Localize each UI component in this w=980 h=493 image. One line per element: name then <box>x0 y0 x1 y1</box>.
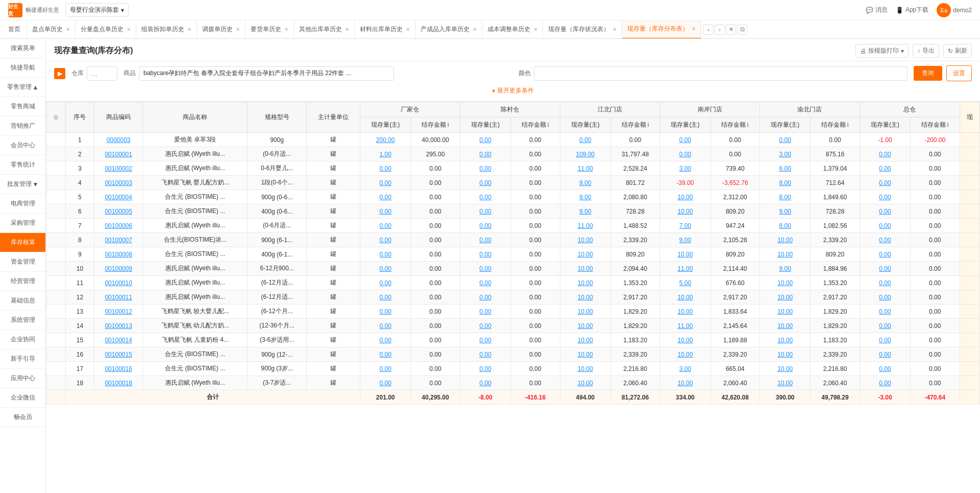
tab-close-btn[interactable]: ✕ <box>726 25 736 35</box>
tab-pandian[interactable]: 盘点单历史✕ <box>27 20 76 39</box>
cell-jiangbeiqty: 10.00 <box>560 376 610 390</box>
table-row: 9 00100008 合生元 (BIOSTIME) ... 400g (6-1.… <box>46 247 980 262</box>
tab-chanpinruku[interactable]: 产成品入库单历史✕ <box>415 20 482 39</box>
cell-chenamt: 0.00 <box>511 347 560 362</box>
warehouse-input[interactable]: ... <box>87 66 117 81</box>
col-totalamt: 结存金额ℹ <box>911 118 960 133</box>
close-icon[interactable]: ✕ <box>612 27 617 32</box>
sidebar-item-member[interactable]: 会员中心 <box>0 136 45 155</box>
table-row: 11 00100010 惠氏启赋 (Wyeth illu... (6-12月适.… <box>46 276 980 290</box>
tab-expand-btn[interactable]: ⊡ <box>737 25 747 35</box>
total-nanaamt: 42,620.08 <box>710 390 760 405</box>
cell-yubeiamt: 1,884.96 <box>811 262 860 276</box>
info-icon[interactable]: ℹ <box>447 122 449 128</box>
sidebar-item-inventory[interactable]: 库存核算 <box>0 233 45 252</box>
message-action[interactable]: 💬 消息 <box>866 6 888 14</box>
user-area[interactable]: Ea demo2 <box>937 3 972 17</box>
sidebar-item-retail-shop[interactable]: 零售商城 <box>0 97 45 116</box>
tab-fenpandian[interactable]: 分量盘点单历史✕ <box>76 20 136 39</box>
cell-settings <box>46 262 66 276</box>
cell-totalamt: 0.00 <box>911 376 960 390</box>
tab-qtchuku[interactable]: 其他出库单历史✕ <box>294 20 355 39</box>
tab-yaohuo[interactable]: 要货单历史✕ <box>246 20 294 39</box>
close-icon[interactable]: ✕ <box>533 27 537 32</box>
col-group-yubei: 渝北门店 <box>760 102 860 118</box>
cell-unit: 罐 <box>307 176 360 190</box>
tab-home[interactable]: 首页 <box>2 20 27 39</box>
info-icon[interactable]: ℹ <box>747 122 749 128</box>
cell-changjiaamt: 0.00 <box>411 304 460 319</box>
sidebar-item-ecommerce[interactable]: 电商管理 <box>0 194 45 214</box>
sidebar-item-marketing[interactable]: 营销推广 <box>0 116 45 136</box>
sidebar-item-operations[interactable]: 经营管理 <box>0 272 45 291</box>
cell-nanaamt: -3,652.76 <box>710 176 760 190</box>
sidebar-item-nav[interactable]: 快捷导航 <box>0 58 45 78</box>
col-current: 现 <box>960 102 979 133</box>
close-icon[interactable]: ✕ <box>236 27 240 32</box>
close-icon[interactable]: ✕ <box>473 27 477 32</box>
close-icon[interactable]: ✕ <box>66 27 70 32</box>
total-jiangbeiamt: 81,272.06 <box>610 390 660 405</box>
cell-settings <box>46 176 66 190</box>
print-btn[interactable]: 🖨 按模版打印 ▾ <box>855 44 909 58</box>
sidebar-item-retail-stats[interactable]: 零售统计 <box>0 155 45 175</box>
sidebar-item-wholesale[interactable]: 批发管理 ▼ <box>0 175 45 194</box>
tab-chengbentiaoz[interactable]: 成本调整单历史✕ <box>482 20 543 39</box>
sidebar-item-purchase[interactable]: 采购管理 <box>0 214 45 233</box>
close-icon[interactable]: ✕ <box>284 27 288 32</box>
info-icon[interactable]: ℹ <box>947 122 949 128</box>
cell-unit: 罐 <box>307 190 360 204</box>
info-icon[interactable]: ℹ <box>547 122 549 128</box>
export-btn[interactable]: ↑ 导出 <box>913 44 939 58</box>
cell-changjiaqty: 1.00 <box>360 147 411 161</box>
info-icon[interactable]: ℹ <box>647 122 649 128</box>
sidebar-item-enterprise[interactable]: 企业协同 <box>0 330 45 349</box>
tab-diaopo[interactable]: 调拨单历史✕ <box>197 20 246 39</box>
industry-selector[interactable]: 母婴行业演示陈套 ▾ <box>65 3 129 17</box>
sidebar-item-member2[interactable]: 畅会员 <box>0 408 45 427</box>
close-icon[interactable]: ✕ <box>187 27 191 32</box>
tab-xiancunliang1[interactable]: 现存量（库存状况表）✕ <box>543 20 622 39</box>
cell-totalamt: 0.00 <box>911 347 960 362</box>
sidebar-item-basic[interactable]: 基础信息 <box>0 291 45 311</box>
cell-totalqty: 0.00 <box>860 233 910 247</box>
tab-zuzhuan[interactable]: 组装拆卸单历史✕ <box>136 20 197 39</box>
gear-icon[interactable]: ⚙ <box>53 114 59 121</box>
sidebar-item-search[interactable]: 搜索英单 <box>0 39 45 58</box>
sidebar-item-guide[interactable]: 新手引导 <box>0 349 45 369</box>
tab-next-btn[interactable]: › <box>715 25 725 35</box>
sidebar-item-apps[interactable]: 应用中心 <box>0 369 45 388</box>
sidebar-item-wechat[interactable]: 企业微信 <box>0 388 45 408</box>
setting-button[interactable]: 设置 <box>946 65 972 81</box>
refresh-btn[interactable]: ↻ 刷新 <box>943 44 972 58</box>
col-settings[interactable]: ⚙ <box>46 102 66 133</box>
close-icon[interactable]: ✕ <box>345 27 349 32</box>
app-download-action[interactable]: 📱 App下载 <box>896 6 928 14</box>
cell-totalamt: -200.00 <box>911 133 960 147</box>
col-jiangbeiamt: 结存金额ℹ <box>610 118 660 133</box>
col-yubeiamt: 结存金额ℹ <box>811 118 860 133</box>
search-button[interactable]: 查询 <box>914 66 942 81</box>
cell-nanaamt: 2,114.40 <box>710 262 760 276</box>
close-icon[interactable]: ✕ <box>127 27 131 32</box>
goods-input[interactable] <box>139 66 394 81</box>
info-icon[interactable]: ℹ <box>847 122 849 128</box>
color-input[interactable] <box>534 66 908 81</box>
tab-xiancunliang2[interactable]: 现存量（库存分布表）✕ <box>622 20 701 39</box>
col-group-nana: 南岸门店 <box>660 102 760 118</box>
close-icon[interactable]: ✕ <box>406 27 410 32</box>
col-nanaamt: 结存金额ℹ <box>710 118 760 133</box>
cell-yubeiamt: 1,829.20 <box>811 304 860 319</box>
expand-conditions-btn[interactable]: ▾ 展开更多条件 <box>488 84 538 97</box>
total-jiangbeiqty: 494.00 <box>560 390 610 405</box>
sidebar-item-system[interactable]: 系统管理 <box>0 311 45 330</box>
collapse-btn[interactable]: ▶ <box>54 68 65 79</box>
tab-prev-btn[interactable]: ‹ <box>703 25 714 35</box>
table-row: 13 00100012 飞鹤星飞帆 较大婴儿配... (6-12个月... 罐 … <box>46 304 980 319</box>
sidebar-item-retail-mgmt[interactable]: 零售管理 ▲ <box>0 78 45 97</box>
close-icon[interactable]: ✕ <box>692 26 696 32</box>
cell-code: 00100016 <box>94 362 143 376</box>
col-unit: 主计量单位 <box>307 102 360 133</box>
tab-clchuku[interactable]: 材料出库单历史✕ <box>355 20 415 39</box>
sidebar-item-finance[interactable]: 资金管理 <box>0 252 45 272</box>
